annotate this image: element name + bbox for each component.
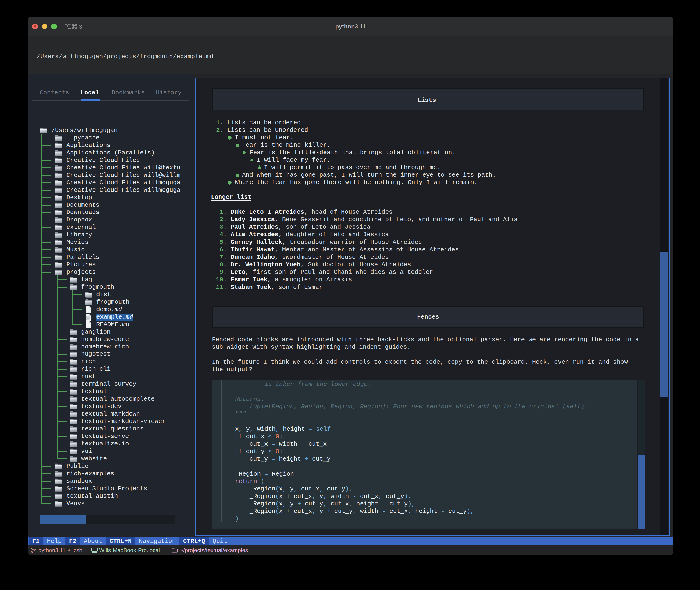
svg-text:3: 3	[79, 23, 82, 30]
